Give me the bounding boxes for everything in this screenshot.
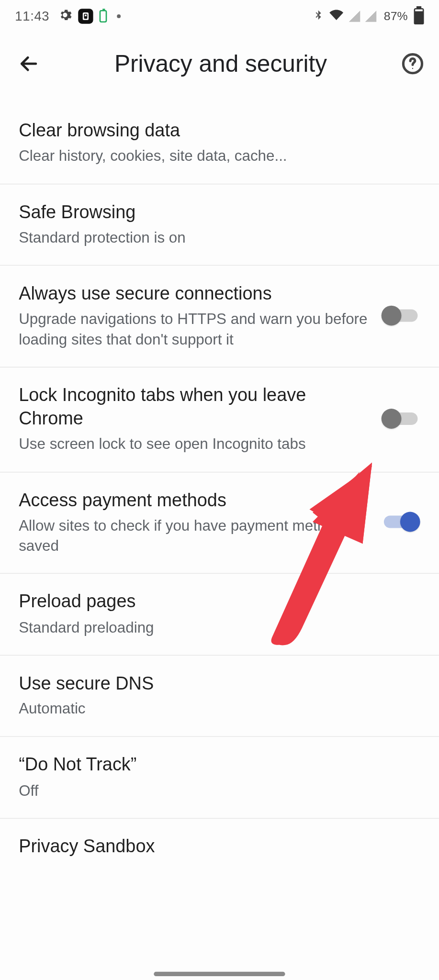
setting-title: Clear browsing data xyxy=(19,119,413,142)
setting-title: Access payment methods xyxy=(19,489,374,512)
setting-title: Safe Browsing xyxy=(19,200,413,223)
toggle-thumb xyxy=(400,512,420,532)
setting-clear-browsing-data[interactable]: Clear browsing data Clear history, cooki… xyxy=(0,108,439,184)
battery-charging-small-icon xyxy=(100,10,107,22)
setting-secure-dns[interactable]: Use secure DNS Automatic xyxy=(0,656,439,737)
wifi-icon xyxy=(329,8,344,24)
setting-subtitle: Standard preloading xyxy=(19,617,413,637)
nav-pill[interactable] xyxy=(154,972,285,976)
setting-privacy-sandbox[interactable]: Privacy Sandbox xyxy=(0,819,439,876)
setting-do-not-track[interactable]: “Do Not Track” Off xyxy=(0,737,439,818)
back-button[interactable] xyxy=(14,49,44,79)
toggle-lock-incognito[interactable] xyxy=(382,408,420,430)
app-icon xyxy=(78,9,93,23)
setting-subtitle: Off xyxy=(19,780,413,801)
app-bar: Privacy and security xyxy=(0,33,439,95)
setting-subtitle: Standard protection is on xyxy=(19,227,413,247)
setting-title: Privacy Sandbox xyxy=(19,835,413,858)
setting-always-secure-connections[interactable]: Always use secure connections Upgrade na… xyxy=(0,266,439,368)
setting-title: Use secure DNS xyxy=(19,672,413,695)
signal-icon-2 xyxy=(365,11,377,22)
battery-percent: 87% xyxy=(384,10,408,23)
signal-icon-1 xyxy=(349,11,360,22)
setting-preload-pages[interactable]: Preload pages Standard preloading xyxy=(0,574,439,655)
toggle-thumb xyxy=(382,306,402,326)
setting-access-payment-methods[interactable]: Access payment methods Allow sites to ch… xyxy=(0,472,439,574)
svg-point-4 xyxy=(412,68,413,69)
toggle-always-secure[interactable] xyxy=(382,304,420,327)
settings-list: Clear browsing data Clear history, cooki… xyxy=(0,108,439,876)
toggle-thumb xyxy=(382,409,402,429)
setting-lock-incognito[interactable]: Lock Incognito tabs when you leave Chrom… xyxy=(0,368,439,472)
help-circle-icon xyxy=(401,53,424,75)
setting-safe-browsing[interactable]: Safe Browsing Standard protection is on xyxy=(0,184,439,266)
page-title: Privacy and security xyxy=(44,50,397,77)
setting-subtitle: Clear history, cookies, site data, cache… xyxy=(19,145,413,166)
battery-icon xyxy=(414,8,424,24)
setting-title: Lock Incognito tabs when you leave Chrom… xyxy=(19,384,374,430)
status-bar: 11:43 87% xyxy=(0,0,439,33)
svg-rect-2 xyxy=(85,14,86,16)
setting-subtitle: Use screen lock to see open Incognito ta… xyxy=(19,434,374,454)
setting-subtitle: Automatic xyxy=(19,699,413,719)
setting-subtitle: Allow sites to check if you have payment… xyxy=(19,515,374,556)
setting-title: “Do Not Track” xyxy=(19,753,413,776)
bluetooth-icon xyxy=(313,8,324,24)
status-time: 11:43 xyxy=(15,9,49,23)
arrow-left-icon xyxy=(18,53,39,74)
toggle-payment-methods[interactable] xyxy=(382,511,420,534)
setting-title: Preload pages xyxy=(19,590,413,613)
setting-subtitle: Upgrade navigations to HTTPS and warn yo… xyxy=(19,309,374,349)
help-button[interactable] xyxy=(398,49,428,79)
notification-dot-icon xyxy=(117,14,121,18)
setting-title: Always use secure connections xyxy=(19,282,374,305)
gear-icon xyxy=(58,8,72,24)
